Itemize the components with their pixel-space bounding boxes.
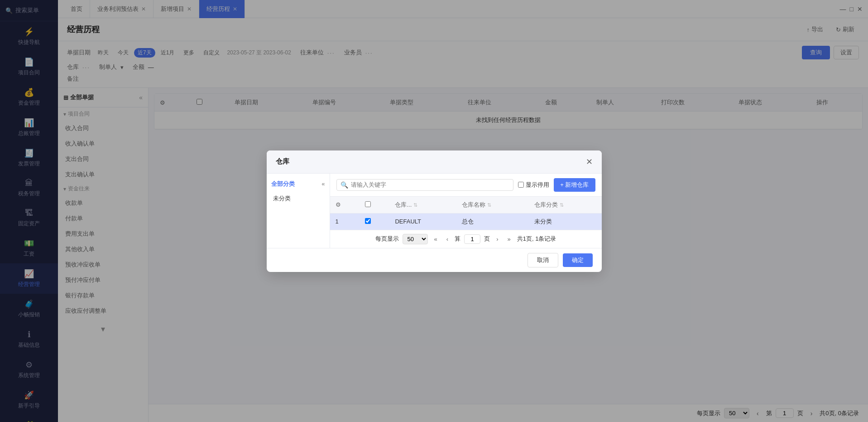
modal-page-unit: 页 xyxy=(484,235,490,243)
modal-per-page-label: 每页显示 xyxy=(375,235,399,243)
all-categories-label[interactable]: 全部分类 xyxy=(271,180,295,188)
row-no: 1 xyxy=(330,213,360,230)
category-label: 未分类 xyxy=(273,195,291,202)
table-row[interactable]: 1 DEFAULT 总仓 未分类 xyxy=(330,213,602,230)
modal-search-input[interactable] xyxy=(351,181,510,188)
row-name: 总仓 xyxy=(456,213,529,230)
mth-check xyxy=(360,197,390,213)
col-settings-icon[interactable]: ⚙ xyxy=(336,201,341,208)
cancel-button[interactable]: 取消 xyxy=(528,253,558,267)
show-disabled-label: 显示停用 xyxy=(518,181,549,189)
show-disabled-text: 显示停用 xyxy=(526,181,549,189)
warehouse-modal: 仓库 ✕ 全部分类 « 未分类 🔍 xyxy=(267,150,602,272)
modal-prev-btn[interactable]: ‹ xyxy=(444,235,451,243)
confirm-button[interactable]: 确定 xyxy=(563,253,593,267)
modal-search-box: 🔍 xyxy=(336,179,514,191)
show-disabled-checkbox[interactable] xyxy=(518,182,524,188)
modal-header: 仓库 ✕ xyxy=(267,150,602,174)
mth-category: 仓库分类 ⇅ xyxy=(529,197,601,213)
modal-page-input[interactable] xyxy=(464,234,480,244)
modal-actions: 取消 确定 xyxy=(267,248,602,272)
modal-toolbar: 🔍 显示停用 + 新增仓库 xyxy=(330,174,602,197)
modal-pagination: 每页显示 50 100 « ‹ 算 页 › » 共1页, 1条记录 xyxy=(330,230,602,248)
modal-per-page-select[interactable]: 50 100 xyxy=(403,234,428,244)
modal-page-label: 算 xyxy=(455,235,460,243)
modal-category-unclassified[interactable]: 未分类 xyxy=(267,191,330,206)
modal-table-area: ⚙ 仓库... ⇅ 仓库名称 ⇅ 仓库分类 ⇅ 1 DEFA xyxy=(330,197,602,230)
modal-close-button[interactable]: ✕ xyxy=(586,157,593,167)
modal-left-header: 全部分类 « xyxy=(267,177,330,191)
row-code: DEFAULT xyxy=(389,213,456,230)
modal-next-btn[interactable]: › xyxy=(494,235,501,243)
modal-title: 仓库 xyxy=(276,157,289,166)
modal-select-all[interactable] xyxy=(365,201,371,207)
row-checkbox[interactable] xyxy=(365,218,371,224)
modal-categories: 全部分类 « 未分类 xyxy=(267,174,330,248)
modal-total: 共1页, 1条记录 xyxy=(517,235,556,243)
mth-name: 仓库名称 ⇅ xyxy=(456,197,529,213)
modal-first-btn[interactable]: « xyxy=(432,235,440,243)
row-check xyxy=(360,213,390,230)
left-collapse-btn[interactable]: « xyxy=(321,180,325,187)
mth-settings: ⚙ xyxy=(330,197,360,213)
modal-right: 🔍 显示停用 + 新增仓库 ⚙ xyxy=(330,174,602,248)
mth-code: 仓库... ⇅ xyxy=(389,197,456,213)
modal-body: 全部分类 « 未分类 🔍 显示停用 xyxy=(267,174,602,248)
add-warehouse-button[interactable]: + 新增仓库 xyxy=(554,178,595,192)
modal-table: ⚙ 仓库... ⇅ 仓库名称 ⇅ 仓库分类 ⇅ 1 DEFA xyxy=(330,197,602,230)
modal-last-btn[interactable]: » xyxy=(505,235,513,243)
row-category: 未分类 xyxy=(529,213,601,230)
search-icon: 🔍 xyxy=(340,181,348,189)
modal-overlay: 仓库 ✕ 全部分类 « 未分类 🔍 xyxy=(0,0,868,422)
